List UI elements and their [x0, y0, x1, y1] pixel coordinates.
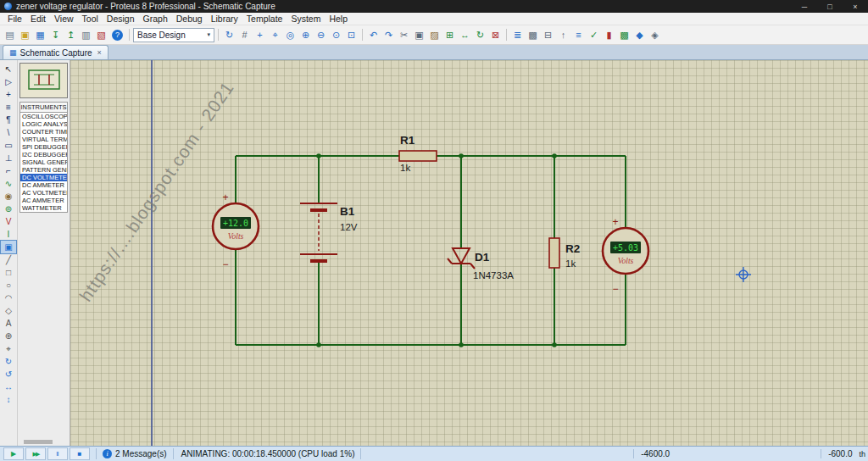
component-mode-icon[interactable]: ▷ — [1, 75, 16, 88]
zener-diode-d1[interactable]: D1 1N4733A — [448, 248, 514, 280]
save-icon[interactable]: ▦ — [33, 28, 47, 42]
2d-line-icon[interactable]: ╱ — [1, 253, 16, 266]
instrument-spi-debugger[interactable]: SPI DEBUGGER — [20, 143, 67, 151]
2d-text-icon[interactable]: A — [1, 317, 16, 330]
remove-sheet-icon[interactable]: ⊟ — [541, 28, 555, 42]
messages-indicator[interactable]: i 2 Message(s) — [99, 449, 170, 458]
text-script-icon[interactable]: ¶ — [1, 114, 16, 126]
redo-icon[interactable]: ↷ — [381, 28, 396, 42]
generator-mode-icon[interactable]: ⊚ — [1, 203, 16, 215]
menu-item[interactable]: Tool — [78, 14, 103, 24]
new-file-icon[interactable]: ▤ — [3, 28, 17, 42]
rotate-anticlockwise-icon[interactable]: ↺ — [1, 368, 16, 380]
minimize-button[interactable]: ─ — [792, 0, 817, 13]
false-origin-icon[interactable]: + — [253, 28, 267, 42]
center-at-cursor-icon[interactable]: ◎ — [283, 28, 298, 42]
bill-of-materials-icon[interactable]: ≡ — [571, 28, 586, 42]
2d-marker-icon[interactable]: ⌖ — [1, 342, 16, 355]
tab-schematic-capture[interactable]: ▦ Schematic Capture × — [3, 45, 108, 59]
instrument-counter-timer[interactable]: COUNTER TIMER — [20, 128, 67, 136]
menu-item[interactable]: File — [3, 14, 26, 24]
play-button[interactable]: ▶ — [3, 447, 24, 460]
instrument-ac-voltmeter[interactable]: AC VOLTMETER — [20, 189, 67, 197]
menu-item[interactable]: Graph — [139, 14, 172, 24]
menu-item[interactable]: Debug — [172, 14, 207, 24]
buses-mode-icon[interactable]: \ — [1, 126, 16, 139]
block-delete-icon[interactable]: ⊠ — [488, 28, 503, 42]
device-pins-mode-icon[interactable]: ⌐ — [1, 164, 16, 177]
selection-mode-icon[interactable]: ↖ — [1, 63, 16, 75]
block-rotate-icon[interactable]: ↻ — [473, 28, 487, 42]
settings-icon[interactable]: ◈ — [648, 28, 662, 42]
mirror-y-icon[interactable]: ↕ — [1, 393, 16, 406]
current-probe-icon[interactable]: I — [1, 228, 16, 241]
undo-icon[interactable]: ↶ — [366, 28, 381, 42]
copy-icon[interactable]: ▣ — [412, 28, 426, 42]
paste-icon[interactable]: ▨ — [427, 28, 442, 42]
panel-scrollbar[interactable] — [18, 438, 70, 446]
instrument-signal-generator[interactable]: SIGNAL GENERATOR — [20, 158, 67, 166]
subcircuit-mode-icon[interactable]: ▭ — [1, 139, 16, 152]
new-sheet-icon[interactable]: ▩ — [526, 28, 540, 42]
design-selector-dropdown[interactable]: Base Design ▾ — [133, 28, 214, 42]
block-move-icon[interactable]: ↔ — [458, 28, 472, 42]
export-section-icon[interactable]: ↥ — [64, 28, 78, 42]
stop-button[interactable]: ■ — [70, 447, 90, 460]
menu-item[interactable]: Design — [103, 14, 139, 24]
2d-path-icon[interactable]: ◇ — [1, 304, 16, 317]
design-explorer-icon[interactable]: ≣ — [510, 28, 525, 42]
schematic-preview-thumbnail[interactable] — [19, 63, 68, 98]
instrument-pattern-generator[interactable]: PATTERN GENERATOR — [20, 166, 67, 174]
instrument-logic-analyser[interactable]: LOGIC ANALYSER — [20, 120, 67, 128]
zoom-in-icon[interactable]: ⊕ — [298, 28, 313, 42]
zoom-area-icon[interactable]: ⊡ — [344, 28, 359, 42]
voltage-probe-icon[interactable]: V — [1, 215, 16, 228]
tape-recorder-icon[interactable]: ◉ — [1, 190, 16, 203]
resistor-r2[interactable]: R2 1k — [549, 238, 580, 269]
zoom-out-icon[interactable]: ⊖ — [314, 28, 328, 42]
step-button[interactable]: ▶▶ — [25, 447, 46, 460]
mirror-x-icon[interactable]: ↔ — [1, 380, 16, 393]
resistor-r1[interactable]: R1 1k — [399, 134, 437, 173]
electrical-rule-check-icon[interactable]: ✓ — [587, 28, 601, 42]
wire-label-icon[interactable]: ≡ — [1, 101, 16, 114]
2d-box-icon[interactable]: □ — [1, 266, 16, 279]
graph-mode-icon[interactable]: ∿ — [1, 177, 16, 190]
maximize-button[interactable]: □ — [817, 0, 843, 13]
cut-icon[interactable]: ✂ — [397, 28, 411, 42]
grid-toggle-icon[interactable]: # — [237, 28, 252, 42]
instrument-dc-ammeter[interactable]: DC AMMETER — [20, 181, 67, 189]
junction-dot-icon[interactable]: + — [1, 88, 16, 101]
pause-button[interactable]: ‖ — [47, 447, 68, 460]
instrument-oscilloscope[interactable]: OSCILLOSCOPE — [20, 113, 67, 120]
battery-b1[interactable]: B1 12V — [300, 203, 358, 261]
menu-item[interactable]: Edit — [26, 14, 50, 24]
help-icon[interactable]: ? — [112, 30, 123, 41]
zoom-all-icon[interactable]: ⊙ — [329, 28, 343, 42]
menu-item[interactable]: Library — [207, 14, 242, 24]
netlist-transfer-icon[interactable]: ▮ — [602, 28, 616, 42]
block-copy-icon[interactable]: ⊞ — [442, 28, 457, 42]
instrument-virtual-terminal[interactable]: VIRTUAL TERMINAL — [20, 136, 67, 143]
menu-item[interactable]: View — [50, 14, 78, 24]
2d-symbol-icon[interactable]: ⊕ — [1, 330, 16, 342]
instrument-wattmeter[interactable]: WATTMETER — [20, 204, 67, 212]
3d-viewer-icon[interactable]: ◆ — [632, 28, 647, 42]
import-section-icon[interactable]: ↧ — [48, 28, 63, 42]
open-folder-icon[interactable]: ▣ — [18, 28, 32, 42]
goto-parent-sheet-icon[interactable]: ↑ — [556, 28, 570, 42]
cursor-snap-icon[interactable]: ⌖ — [268, 28, 282, 42]
scrollbar-thumb[interactable] — [24, 440, 53, 444]
menu-item[interactable]: Template — [242, 14, 287, 24]
rotate-clockwise-icon[interactable]: ↻ — [1, 355, 16, 368]
2d-arc-icon[interactable]: ◠ — [1, 292, 16, 304]
instrument-dc-voltmeter[interactable]: DC VOLTMETER — [20, 174, 67, 181]
print-icon[interactable]: ▥ — [79, 28, 93, 42]
2d-circle-icon[interactable]: ○ — [1, 279, 16, 292]
tab-close-icon[interactable]: × — [97, 48, 102, 57]
menu-item[interactable]: Help — [325, 14, 352, 24]
mark-output-area-icon[interactable]: ▧ — [94, 28, 108, 42]
terminals-mode-icon[interactable]: ⊥ — [1, 152, 16, 164]
virtual-instruments-icon[interactable]: ▣ — [1, 241, 16, 253]
menu-item[interactable]: System — [287, 14, 325, 24]
